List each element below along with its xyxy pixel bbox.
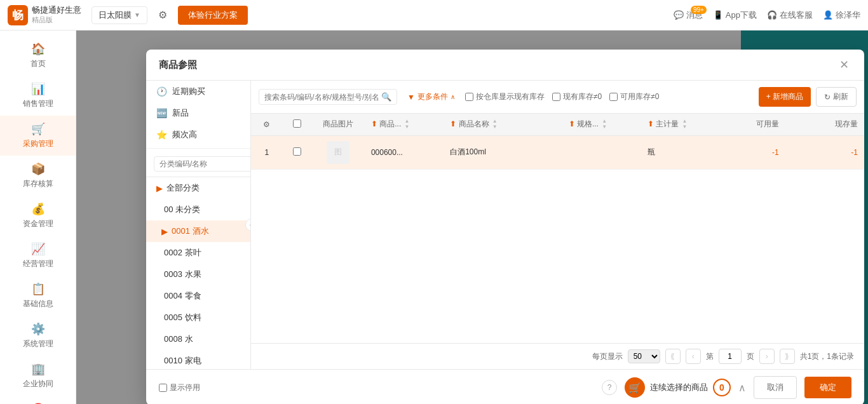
action-buttons: + 新增商品 ↻ 刷新 xyxy=(759,87,857,107)
usable-stock-checkbox[interactable]: 可用库存≠0 xyxy=(609,91,659,102)
sidebar-item-home[interactable]: 🏠 首页 xyxy=(0,36,76,76)
top-nav: 畅 畅捷通好生意 精品版 日太阳膜 ▼ ⚙ 体验行业方案 💬 消息 99+ 📱 … xyxy=(0,0,868,30)
sidebar-item-purchase[interactable]: 🛒 采购管理 xyxy=(0,116,76,156)
cat-fruit[interactable]: 0003 水果 xyxy=(146,264,250,285)
more-filters-btn[interactable]: ▼ 更多条件 ∧ xyxy=(402,89,460,105)
cat-tea[interactable]: 0002 茶叶 xyxy=(146,242,250,264)
search-submit-icon[interactable]: 🔍 xyxy=(381,92,391,102)
row-name: 白酒100ml xyxy=(444,135,562,169)
logo-text: 畅捷通好生意 xyxy=(32,5,81,16)
row-checkbox[interactable] xyxy=(293,147,301,156)
messages-btn[interactable]: 💬 消息 99+ xyxy=(674,10,703,21)
th-spec[interactable]: ⬆ 规格... ▲▼ xyxy=(562,114,641,135)
sales-icon: 📊 xyxy=(31,82,45,96)
logo-text-group: 畅捷通好生意 精品版 xyxy=(32,5,81,25)
row-num: 1 xyxy=(251,135,283,169)
layout: 🏠 首页 📊 销售管理 🛒 采购管理 📦 库存核算 💰 资金管理 📈 经营管理 … xyxy=(0,30,868,404)
sort-icon: ⬆ xyxy=(371,119,377,128)
cart-area[interactable]: 🛒 连续选择的商品 0 xyxy=(625,377,731,398)
inventory-icon: 📦 xyxy=(31,162,45,176)
cart-count: 0 xyxy=(713,379,731,396)
user-avatar[interactable]: 👤 徐泽华 xyxy=(823,10,860,21)
cart-collapse-btn[interactable]: ∧ xyxy=(738,382,746,394)
tenant-selector[interactable]: 日太阳膜 ▼ xyxy=(92,6,147,24)
product-search-input[interactable] xyxy=(264,93,379,102)
cat-drink[interactable]: 0005 饮料 xyxy=(146,307,250,328)
page-next-btn[interactable]: › xyxy=(759,349,775,364)
modal-close-button[interactable]: ✕ xyxy=(836,57,851,72)
refresh-btn[interactable]: ↻ 刷新 xyxy=(816,87,857,107)
sidebar-item-enterprise[interactable]: 🏢 企业协同 xyxy=(0,356,76,396)
cat-appliance[interactable]: 0010 家电 xyxy=(146,350,250,369)
chevron-down-icon: ▼ xyxy=(134,11,140,18)
th-stock: 现存量 xyxy=(785,114,864,135)
star-icon: ⭐ xyxy=(156,130,167,140)
cat-arrow-icon: ▶ xyxy=(161,227,168,236)
purchase-icon: 🛒 xyxy=(31,122,45,136)
help-icon[interactable]: ? xyxy=(602,380,617,395)
sort-icon-spec: ⬆ xyxy=(569,119,575,128)
th-settings: ⚙ xyxy=(251,114,283,135)
logo-sub: 精品版 xyxy=(32,15,81,25)
cart-icon: 🛒 xyxy=(625,377,645,398)
page-first-btn[interactable]: ⟪ xyxy=(665,349,681,364)
th-available: 可用量 xyxy=(706,114,785,135)
sidebar-item-inventory[interactable]: 📦 库存核算 xyxy=(0,156,76,196)
table-body: 1 图 000600... 白酒100ml xyxy=(251,135,864,169)
checkbox-group: 按仓库显示现有库存 现有库存≠0 可用库存≠0 xyxy=(465,91,754,102)
th-name[interactable]: ⬆ 商品名称 ▲▼ xyxy=(444,114,562,135)
finance-icon: 💰 xyxy=(31,202,45,216)
page-size-select[interactable]: 50 10 20 100 xyxy=(628,349,660,363)
warehouse-stock-checkbox[interactable]: 按仓库显示现有库存 xyxy=(465,91,545,102)
sidebar-item-operations[interactable]: 📈 经营管理 xyxy=(0,236,76,276)
add-product-btn[interactable]: + 新增商品 xyxy=(759,87,811,107)
page-label: 第 xyxy=(706,351,714,362)
modal-footer: 显示停用 ? 🛒 连续选择的商品 0 ∧ 取消 确定 xyxy=(146,369,864,404)
cancel-button[interactable]: 取消 xyxy=(754,376,797,399)
sidebar-item-guide[interactable]: 🎯 新手引导 xyxy=(0,396,76,404)
logo-area: 畅 畅捷通好生意 精品版 xyxy=(8,5,81,25)
sidebar-item-finance[interactable]: 💰 资金管理 xyxy=(0,196,76,236)
app-download-btn[interactable]: 📱 App下载 xyxy=(713,10,757,21)
new-products-nav[interactable]: 🆕 新品 xyxy=(146,102,250,124)
cat-all[interactable]: ▶ 全部分类 xyxy=(146,177,250,199)
page-prev-btn[interactable]: ‹ xyxy=(686,349,701,364)
show-disabled-checkbox[interactable]: 显示停用 xyxy=(159,382,200,393)
select-all-checkbox[interactable] xyxy=(293,119,301,128)
row-available: -1 xyxy=(706,135,785,169)
expand-icon: ▶ xyxy=(156,184,163,193)
th-code[interactable]: ⬆ 商品... ▲▼ xyxy=(365,114,444,135)
modal-body: 🕐 近期购买 🆕 新品 ⭐ 频次高 🔍 xyxy=(146,81,864,369)
sort-icon-unit: ⬆ xyxy=(648,119,654,128)
cat-unclassified[interactable]: 00 未分类 xyxy=(146,199,250,220)
avatar-icon: 👤 xyxy=(823,10,833,20)
page-last-btn[interactable]: ⟫ xyxy=(780,349,795,364)
new-products-icon: 🆕 xyxy=(156,108,167,118)
category-search-input[interactable] xyxy=(154,156,251,172)
confirm-button[interactable]: 确定 xyxy=(804,377,851,398)
cat-snack[interactable]: 0004 零食 xyxy=(146,285,250,307)
show-disabled-input[interactable] xyxy=(159,384,167,392)
th-unit[interactable]: ⬆ 主计量 ▲▼ xyxy=(641,114,707,135)
operations-icon: 📈 xyxy=(31,242,45,256)
cat-water[interactable]: 0008 水 xyxy=(146,328,250,350)
sidebar-item-system[interactable]: ⚙️ 系统管理 xyxy=(0,316,76,356)
settings-icon[interactable]: ⚙ xyxy=(153,5,173,25)
high-frequency-nav[interactable]: ⭐ 频次高 xyxy=(146,124,250,145)
product-image-placeholder: 图 xyxy=(327,141,349,164)
system-icon: ⚙️ xyxy=(31,322,45,336)
filter-chevron-icon: ∧ xyxy=(451,93,455,100)
table-row[interactable]: 1 图 000600... 白酒100ml xyxy=(251,135,864,169)
trial-btn[interactable]: 体验行业方案 xyxy=(178,6,248,25)
sidebar-item-basic-info[interactable]: 📋 基础信息 xyxy=(0,276,76,316)
settings-col-icon[interactable]: ⚙ xyxy=(263,120,270,129)
online-service-btn[interactable]: 🎧 在线客服 xyxy=(767,10,813,21)
available-stock-checkbox[interactable]: 现有库存≠0 xyxy=(552,91,602,102)
cat-liquor[interactable]: ▶ 0001 酒水 xyxy=(146,220,250,242)
recent-purchase-nav[interactable]: 🕐 近期购买 xyxy=(146,81,250,102)
page-number-input[interactable] xyxy=(719,349,742,364)
headset-icon: 🎧 xyxy=(767,10,777,20)
sidebar-item-sales[interactable]: 📊 销售管理 xyxy=(0,76,76,116)
spec-sort-icons: ▲▼ xyxy=(602,119,607,130)
message-icon: 💬 xyxy=(674,10,684,20)
